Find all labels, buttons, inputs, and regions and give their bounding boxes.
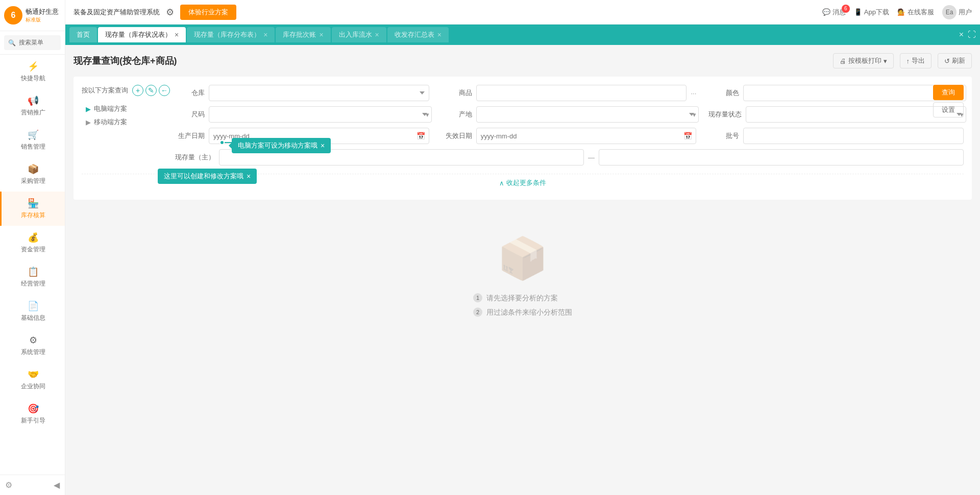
logo-name: 畅通好生意 xyxy=(26,7,59,16)
user-area[interactable]: Ea 用户 xyxy=(942,5,972,19)
tab-home[interactable]: 首页 xyxy=(69,27,97,42)
refresh-button[interactable]: ↺ 刷新 xyxy=(938,53,972,68)
sidebar-item-system[interactable]: ⚙ 系统管理 xyxy=(0,328,65,363)
topbar-settings-button[interactable]: ⚙ xyxy=(166,7,174,18)
tab-flow-close[interactable]: × xyxy=(375,31,379,38)
scheme-item-desktop[interactable]: ▶ 电脑端方案 xyxy=(82,102,166,115)
tab-summary-label: 收发存汇总表 xyxy=(395,30,434,39)
edit-tooltip-text: 这里可以创建和修改方案哦 xyxy=(164,172,243,181)
scheme-item-mobile-arrow: ▶ xyxy=(86,119,91,126)
industry-button[interactable]: 体验行业方案 xyxy=(180,5,236,20)
tab-inventory-distribution-close[interactable]: × xyxy=(263,31,267,38)
sidebar-item-enterprise[interactable]: 🤝 企业协同 xyxy=(0,363,65,397)
search-menu-button[interactable]: 🔍 搜索菜单 xyxy=(4,35,61,50)
marketing-label: 营销推广 xyxy=(21,108,45,117)
message-button[interactable]: 💬 消息 6 xyxy=(822,8,846,17)
sidebar-item-purchase[interactable]: 📦 采购管理 xyxy=(0,157,65,192)
size-select[interactable] xyxy=(209,106,432,123)
tip1-num: 1 xyxy=(473,293,482,302)
topbar-right: 💬 消息 6 📱 App下载 💁 在线客服 Ea 用户 xyxy=(822,5,972,19)
sidebar-item-basic-info[interactable]: 📄 基础信息 xyxy=(0,294,65,328)
size-select-wrapper xyxy=(209,106,432,123)
tab-summary[interactable]: 收发存汇总表 × xyxy=(387,27,449,42)
sidebar-item-guide[interactable]: 🎯 新手引导 xyxy=(0,397,65,431)
reset-button[interactable]: 设置 xyxy=(933,102,964,117)
app-download-button[interactable]: 📱 App下载 xyxy=(854,8,889,17)
online-service-label: 在线客服 xyxy=(908,8,934,17)
sales-label: 销售管理 xyxy=(21,143,45,151)
goods-label: 商品 xyxy=(442,88,472,98)
filter-section: 按以下方案查询 + ✎ ← ▶ xyxy=(74,77,972,200)
tab-batch-account[interactable]: 库存批次账 × xyxy=(276,27,330,42)
empty-state: 📦 1 请先选择要分析的方案 2 用过滤条件来缩小分析范围 xyxy=(74,204,972,350)
logo-badge: 标准版 xyxy=(26,16,59,23)
scheme-item-desktop-label: 电脑端方案 xyxy=(94,104,127,113)
tab-flow[interactable]: 出入库流水 × xyxy=(332,27,386,42)
collapse-label: 收起更多条件 xyxy=(506,178,546,187)
add-scheme-button[interactable]: + xyxy=(132,85,143,96)
search-button[interactable]: 查询 xyxy=(933,85,964,100)
quick-nav-label: 快捷导航 xyxy=(21,74,45,83)
edit-icon: ✎ xyxy=(148,86,154,95)
edit-tooltip-close[interactable]: × xyxy=(247,173,251,180)
export-button[interactable]: ↑ 导出 xyxy=(900,53,932,68)
tab-batch-account-close[interactable]: × xyxy=(319,31,323,38)
quick-nav-icon: ⚡ xyxy=(28,61,39,72)
tab-inventory-status-close[interactable]: × xyxy=(175,31,179,38)
tab-inventory-status[interactable]: 现存量（库存状况表） × xyxy=(98,27,186,42)
topbar: 装备及固定资产辅助管理系统 ⚙ 体验行业方案 💬 消息 6 📱 App下载 💁 … xyxy=(65,0,980,25)
origin-select[interactable] xyxy=(476,106,699,123)
template-print-button[interactable]: 🖨 按模板打印 ▾ xyxy=(833,53,894,68)
guide-label: 新手引导 xyxy=(21,416,45,425)
tab-expand-button[interactable]: ⛶ xyxy=(968,30,976,39)
sidebar-item-quick-nav[interactable]: ⚡ 快捷导航 xyxy=(0,55,65,89)
stock-range-label: 现存量（主） xyxy=(174,153,215,162)
phone-icon: 📱 xyxy=(854,8,862,16)
search-menu-label: 搜索菜单 xyxy=(19,38,43,47)
sidebar-item-finance[interactable]: 💰 资金管理 xyxy=(0,226,65,260)
search-icon: 🔍 xyxy=(8,39,16,46)
back-scheme-button[interactable]: ← xyxy=(159,85,170,96)
color-label: 颜色 xyxy=(708,88,739,98)
sidebar-item-management[interactable]: 📋 经营管理 xyxy=(0,260,65,294)
system-label: 系统管理 xyxy=(21,348,45,357)
sidebar: 6 畅通好生意 标准版 🔍 搜索菜单 ⚡ 快捷导航 📢 营销推广 🛒 xyxy=(0,0,65,495)
tooltip1-dot xyxy=(219,140,225,145)
goods-input[interactable] xyxy=(476,85,687,101)
system-icon: ⚙ xyxy=(29,335,37,346)
size-label: 尺码 xyxy=(174,110,205,119)
sidebar-collapse-button[interactable]: ◀ xyxy=(54,480,60,490)
tab-inventory-status-label: 现存量（库存状况表） xyxy=(105,30,172,39)
scheme-item-mobile[interactable]: ▶ 移动端方案 xyxy=(82,115,166,129)
template-print-label: 按模板打印 xyxy=(848,56,881,65)
sidebar-item-marketing[interactable]: 📢 营销推广 xyxy=(0,89,65,123)
collapse-chevron-icon: ∧ xyxy=(499,179,504,187)
sidebar-item-sales[interactable]: 🛒 销售管理 xyxy=(0,123,65,157)
page-header: 现存量查询(按仓库+商品) 🖨 按模板打印 ▾ ↑ 导出 ↺ 刷新 xyxy=(74,53,972,68)
marketing-icon: 📢 xyxy=(28,95,39,106)
expire-date-input[interactable] xyxy=(476,128,697,144)
tab-inventory-distribution[interactable]: 现存量（库存分布表） × xyxy=(187,27,275,42)
user-avatar: Ea xyxy=(942,5,957,19)
content-area: 现存量查询(按仓库+商品) 🖨 按模板打印 ▾ ↑ 导出 ↺ 刷新 xyxy=(65,45,980,495)
message-badge: 6 xyxy=(842,5,850,13)
batch-input[interactable] xyxy=(743,128,964,144)
tabs-bar: 首页 现存量（库存状况表） × 现存量（库存分布表） × 库存批次账 × 出入库… xyxy=(65,25,980,45)
edit-scheme-button[interactable]: ✎ xyxy=(145,85,157,96)
filter-row-stock-status: 现存量状态 ▾ xyxy=(708,106,964,123)
stock-range-max-input[interactable] xyxy=(599,149,964,166)
empty-tip-1: 1 请先选择要分析的方案 xyxy=(473,291,572,305)
sidebar-settings-button[interactable]: ⚙ xyxy=(5,480,12,490)
chevron-down-icon: ▾ xyxy=(884,57,887,65)
sidebar-search-area[interactable]: 🔍 搜索菜单 xyxy=(0,31,65,55)
enterprise-label: 企业协同 xyxy=(21,382,45,391)
finance-icon: 💰 xyxy=(28,232,39,243)
warehouse-select[interactable] xyxy=(209,85,429,101)
scheme-tooltip-close[interactable]: × xyxy=(321,142,325,149)
sidebar-item-inventory[interactable]: 🏪 库存核算 xyxy=(0,192,65,226)
inventory-label: 库存核算 xyxy=(21,211,45,220)
tab-close-all-button[interactable]: × xyxy=(959,30,964,39)
stock-range-sep: — xyxy=(588,154,595,161)
online-service-button[interactable]: 💁 在线客服 xyxy=(897,8,934,17)
tab-summary-close[interactable]: × xyxy=(437,31,442,38)
